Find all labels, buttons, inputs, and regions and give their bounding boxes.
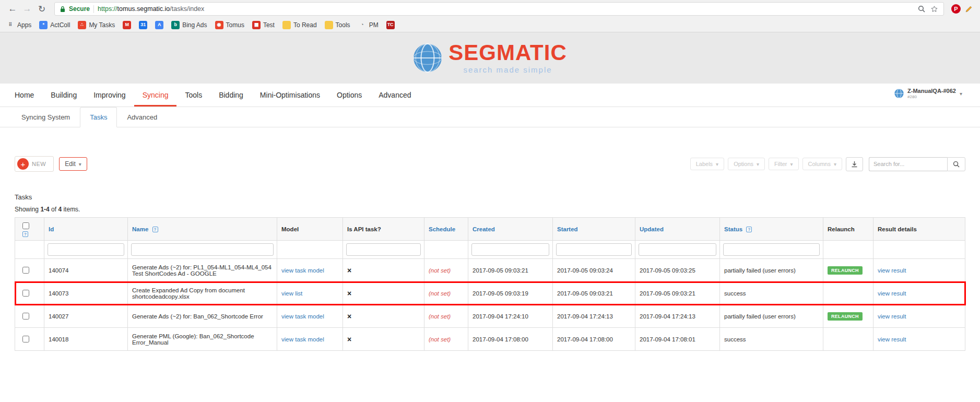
model-link[interactable]: view list: [281, 290, 302, 297]
subnav-item-label: Tasks: [90, 113, 107, 121]
bookmark-item[interactable]: ◔ PM: [358, 21, 379, 29]
relaunch-button[interactable]: RELAUNCH: [828, 266, 863, 275]
bookmark-label: ActColl: [50, 21, 70, 29]
nav-item[interactable]: Advanced: [370, 84, 419, 107]
relaunch-button[interactable]: RELAUNCH: [828, 312, 863, 321]
download-button[interactable]: [846, 157, 863, 171]
filter-input-id[interactable]: [48, 243, 124, 256]
select-all-header-cell: ?: [15, 218, 44, 241]
row-checkbox[interactable]: [22, 267, 29, 274]
filter-input-updated[interactable]: [639, 243, 716, 256]
table-header-row: ? Id ? Name ? Model ?: [15, 218, 965, 241]
user-menu[interactable]: Z-ManualQA-#062 #280 ▾: [894, 88, 962, 99]
nav-item[interactable]: Improving: [85, 84, 134, 107]
result-link[interactable]: view result: [878, 267, 906, 274]
new-button[interactable]: + NEW: [15, 156, 54, 172]
column-header[interactable]: Id ?: [44, 218, 128, 241]
table-row[interactable]: 140018 Generate PML (Google): Ban_062_Sh…: [15, 328, 965, 351]
column-header[interactable]: Started ?: [553, 218, 635, 241]
column-header[interactable]: Updated ?: [635, 218, 720, 241]
browser-toolbar: ← → ↻ Secure https://tomus.segmatic.io/t…: [0, 0, 980, 18]
table-row[interactable]: 140073 Create Expanded Ad Copy from docu…: [15, 282, 965, 305]
address-bar[interactable]: Secure https://tomus.segmatic.io/tasks/i…: [54, 2, 944, 16]
search-input[interactable]: [869, 157, 947, 171]
nav-item[interactable]: Tools: [176, 84, 210, 107]
bookmark-item[interactable]: ⠿ Apps: [6, 21, 31, 29]
result-link[interactable]: view result: [878, 336, 906, 342]
nav-item-label: Mini-Optimisations: [260, 91, 320, 99]
table-row[interactable]: 140027 Generate Ads (~2) for: Ban_062_Sh…: [15, 305, 965, 328]
bookmark-label: PM: [369, 21, 379, 29]
bookmark-item[interactable]: ◉ Tomus: [215, 21, 244, 29]
api-cross-icon: ×: [347, 335, 351, 344]
model-link[interactable]: view task model: [281, 336, 324, 342]
forward-icon[interactable]: →: [20, 2, 34, 16]
bookmark-item[interactable]: A: [155, 21, 163, 29]
refresh-icon[interactable]: ↻: [34, 2, 49, 16]
back-icon[interactable]: ←: [5, 2, 20, 16]
toolbar-dropdown-button[interactable]: Filter ▾: [769, 158, 798, 170]
column-header[interactable]: Is API task? ?: [343, 218, 424, 241]
column-header[interactable]: Name ?: [128, 218, 277, 241]
column-header[interactable]: Relaunch ?: [823, 218, 873, 241]
nav-item[interactable]: Building: [42, 84, 85, 107]
filter-input-status[interactable]: [723, 243, 820, 256]
bookmark-item[interactable]: * ActColl: [39, 21, 70, 29]
nav-item[interactable]: Home: [6, 84, 42, 107]
model-link[interactable]: view task model: [281, 313, 324, 320]
toolbar-dropdown-button[interactable]: Options ▾: [728, 158, 765, 170]
chevron-down-icon: ▾: [757, 161, 759, 167]
row-checkbox[interactable]: [22, 336, 29, 342]
edit-button[interactable]: Edit ▾: [59, 157, 87, 171]
row-checkbox[interactable]: [22, 290, 29, 297]
row-checkbox[interactable]: [22, 313, 29, 320]
subnav-item-label: Syncing System: [21, 113, 70, 121]
subnav-item[interactable]: Syncing System: [11, 107, 80, 127]
bookmark-label: Apps: [17, 21, 31, 29]
subnav-item[interactable]: Advanced: [117, 107, 167, 127]
result-link[interactable]: view result: [878, 313, 906, 320]
filter-input-name[interactable]: [131, 243, 274, 256]
nav-item[interactable]: Syncing: [134, 84, 177, 107]
bookmark-item[interactable]: ∴ My Tasks: [78, 21, 115, 29]
cell-started: 2017-09-05 09:03:24: [553, 259, 635, 282]
filter-input-api-task[interactable]: [346, 243, 421, 256]
nav-item[interactable]: Mini-Optimisations: [252, 84, 328, 107]
bookmark-item[interactable]: Tools: [325, 21, 350, 29]
model-link[interactable]: view task model: [281, 267, 324, 274]
column-header[interactable]: Model ?: [277, 218, 343, 241]
bookmark-item[interactable]: To Read: [282, 21, 317, 29]
bookmark-item[interactable]: 31: [139, 21, 147, 29]
column-header-label: Updated: [640, 226, 664, 232]
table-row[interactable]: 140074 Generate Ads (~2) for: PL1_054-ML…: [15, 259, 965, 282]
bookmark-item[interactable]: TC: [386, 21, 395, 29]
search-button[interactable]: [947, 157, 965, 171]
nav-item-label: Home: [15, 91, 34, 99]
toolbar-dropdown-button[interactable]: Labels ▾: [690, 158, 724, 170]
filter-input-created[interactable]: [471, 243, 549, 256]
bookmark-item[interactable]: M: [123, 21, 131, 29]
extension-pencil-icon[interactable]: [965, 5, 973, 13]
extension-p-icon[interactable]: P: [951, 4, 961, 14]
column-header[interactable]: Result details ?: [873, 218, 965, 241]
bookmark-star-icon[interactable]: [930, 5, 938, 13]
nav-item[interactable]: Bidding: [210, 84, 252, 107]
subnav-item[interactable]: Tasks: [80, 107, 117, 127]
status-text: success: [720, 328, 823, 351]
column-header-label: Relaunch: [828, 226, 855, 232]
column-header[interactable]: Status ?: [720, 218, 823, 241]
column-header[interactable]: Schedule ?: [424, 218, 468, 241]
select-all-checkbox[interactable]: [22, 222, 29, 229]
column-header-label: Started: [557, 226, 578, 232]
bookmark-item[interactable]: b Bing Ads: [171, 21, 207, 29]
toolbar-dropdown-button[interactable]: Columns ▾: [802, 158, 842, 170]
result-link[interactable]: view result: [878, 290, 906, 297]
bookmark-item[interactable]: ▦ Test: [252, 21, 275, 29]
filter-input-started[interactable]: [556, 243, 632, 256]
column-header[interactable]: Created ?: [468, 218, 553, 241]
cell-name: Generate Ads (~2) for: Ban_062_Shortcode…: [128, 305, 277, 328]
nav-item[interactable]: Options: [328, 84, 370, 107]
zoom-icon[interactable]: [918, 5, 925, 13]
nav-item-label: Advanced: [379, 91, 411, 99]
status-text: partially failed (user errors): [720, 305, 823, 328]
